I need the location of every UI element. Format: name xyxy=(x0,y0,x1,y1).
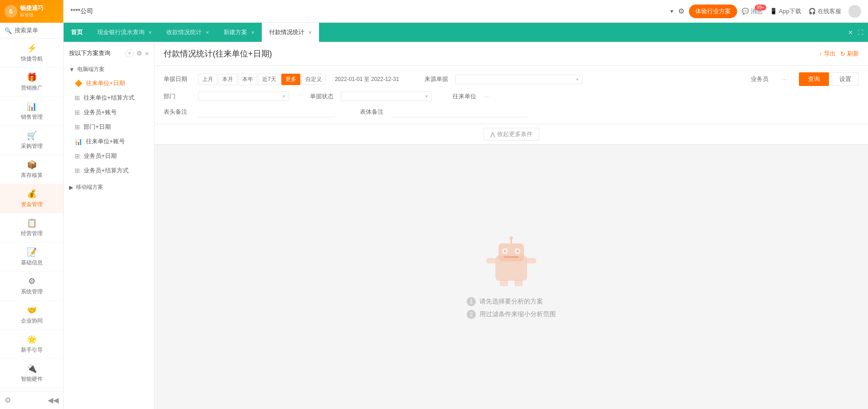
messages-btn[interactable]: 💬 消息 99+ xyxy=(742,7,763,15)
table-body-note-input[interactable] xyxy=(391,106,527,117)
expand-arrow-mobile-icon: ▶ xyxy=(69,184,73,191)
date-btn-this-month[interactable]: 本月 xyxy=(218,74,237,85)
doc-status-select[interactable]: ▾ xyxy=(341,91,432,101)
filter-row-2: 部门 ▾ 单据状态 ▾ 往来单位 ··· xyxy=(164,91,859,101)
basic-info-icon: 📝 xyxy=(27,247,37,257)
expand-arrow-icon: ▼ xyxy=(69,66,75,73)
svg-rect-6 xyxy=(504,256,519,258)
topbar-settings-icon[interactable]: ⚙ xyxy=(678,7,684,15)
tab-payment-stats-close[interactable]: ✕ xyxy=(308,30,312,35)
tab-payment-stats[interactable]: 付款情况统计 ✕ xyxy=(262,23,319,42)
nav-expand-icon[interactable]: ⛶ xyxy=(858,29,863,36)
collapse-btn-container: ⋀ 收起更多条件 xyxy=(155,124,868,145)
sidebar-item-system[interactable]: ⚙ 系统管理 xyxy=(0,272,63,301)
sidebar-item-operations[interactable]: 📋 经营管理 xyxy=(0,213,63,242)
operations-icon: 📋 xyxy=(27,218,37,228)
date-btn-last-month[interactable]: 上月 xyxy=(198,74,217,85)
sidebar-item-purchase[interactable]: 🛒 采购管理 xyxy=(0,126,63,155)
filter-area: 单据日期 上月 本月 本年 近7天 更多 自定义 2022-01-01 至 20… xyxy=(155,66,868,124)
salesperson-ellipsis[interactable]: ··· xyxy=(782,76,787,83)
tab-bank-flow-close[interactable]: ✕ xyxy=(148,30,152,35)
scheme-settings-icon[interactable]: ⚙ xyxy=(136,50,142,57)
nav-close-icon[interactable]: ✕ xyxy=(848,29,853,36)
guide-icon: 🌟 xyxy=(27,334,37,344)
collapse-conditions-btn[interactable]: ⋀ 收起更多条件 xyxy=(484,128,539,141)
tab-bank-flow[interactable]: 现金银行流水查询 ✕ xyxy=(90,23,159,42)
sidebar-item-quick-nav[interactable]: ⚡ 快捷导航 xyxy=(0,39,63,68)
empty-illustration xyxy=(484,235,539,290)
sidebar-item-sales[interactable]: 📊 销售管理 xyxy=(0,97,63,126)
nav-tabs-end: ✕ ⛶ xyxy=(843,23,868,42)
svg-rect-9 xyxy=(500,280,508,286)
sidebar-search[interactable]: 🔍 搜索菜单 xyxy=(0,23,63,39)
message-icon: 💬 xyxy=(742,8,749,15)
scheme-item-1-icon: ⊞ xyxy=(75,94,80,101)
date-label: 单据日期 xyxy=(164,75,191,83)
svg-rect-10 xyxy=(514,280,523,286)
related-party-ellipsis[interactable]: ··· xyxy=(484,93,489,100)
tab-new-scheme-close[interactable]: ✕ xyxy=(251,30,254,35)
add-scheme-icon[interactable]: + xyxy=(125,49,134,57)
export-btn[interactable]: ↑ 导出 xyxy=(819,50,836,58)
source-doc-select[interactable]: ▾ xyxy=(455,75,583,84)
tab-new-scheme[interactable]: 新建方案 ✕ xyxy=(216,23,262,42)
date-btn-custom[interactable]: 自定义 xyxy=(301,74,326,85)
sidebar-item-hardware[interactable]: 🔌 智能硬件 xyxy=(0,359,63,388)
scheme-item-4[interactable]: 📊 往来单位+账号 xyxy=(64,134,154,149)
svg-point-8 xyxy=(509,236,513,240)
refresh-btn[interactable]: ↻ 刷新 xyxy=(840,50,859,58)
refresh-icon: ↻ xyxy=(840,50,845,57)
query-btn[interactable]: 查询 xyxy=(799,72,829,86)
quick-nav-icon: ⚡ xyxy=(27,43,37,53)
sidebar-item-enterprise[interactable]: 🤝 企业协同 xyxy=(0,301,63,330)
trial-btn[interactable]: 体验行业方案 xyxy=(689,5,737,18)
messages-badge: 99+ xyxy=(755,5,766,10)
scheme-item-3[interactable]: ⊞ 部门+日期 xyxy=(64,120,154,134)
tab-collection-stats-close[interactable]: ✕ xyxy=(205,30,209,35)
scheme-collapse-icon[interactable]: « xyxy=(145,50,149,57)
footer-settings-icon[interactable]: ⚙ xyxy=(5,396,11,404)
date-btn-this-year[interactable]: 本年 xyxy=(238,74,257,85)
mobile-scheme-group-title[interactable]: ▶ 移动端方案 xyxy=(64,181,154,194)
source-doc-arrow-icon: ▾ xyxy=(576,77,579,82)
table-head-note-input[interactable] xyxy=(198,106,334,117)
tab-home[interactable]: 首页 xyxy=(64,23,90,42)
scheme-item-0[interactable]: 🔶 往来单位+日期 xyxy=(64,76,154,91)
svg-rect-12 xyxy=(526,258,536,263)
empty-robot-svg xyxy=(484,235,539,290)
sidebar-header: 6 畅捷通巧 标准版 xyxy=(0,0,63,23)
topbar-right: 💬 消息 99+ 📱 App下载 🎧 在线客服 xyxy=(742,5,861,18)
sidebar-item-basic-info[interactable]: 📝 基础信息 xyxy=(0,242,63,272)
sidebar-item-guide[interactable]: 🌟 新手引导 xyxy=(0,330,63,359)
system-icon: ⚙ xyxy=(28,276,35,286)
scheme-item-4-icon: 📊 xyxy=(75,138,82,145)
scheme-item-2[interactable]: ⊞ 业务员+账号 xyxy=(64,105,154,120)
dept-select[interactable]: ▾ xyxy=(198,91,289,101)
source-doc-label: 来源单据 xyxy=(424,75,452,83)
scheme-item-1[interactable]: ⊞ 往来单位+结算方式 xyxy=(64,91,154,105)
date-btn-7days[interactable]: 近7天 xyxy=(258,74,280,85)
date-btn-more[interactable]: 更多 xyxy=(281,74,300,85)
sidebar-item-marketing[interactable]: 🎁 营销推广 xyxy=(0,68,63,97)
date-range-text: 2022-01-01 至 2022-12-31 xyxy=(335,76,399,83)
online-support-btn[interactable]: 🎧 在线客服 xyxy=(808,7,841,15)
user-avatar[interactable] xyxy=(848,5,861,18)
scheme-item-5[interactable]: ⊞ 业务员+日期 xyxy=(64,149,154,163)
desktop-scheme-group-title[interactable]: ▼ 电脑端方案 xyxy=(64,63,154,76)
scheme-item-6[interactable]: ⊞ 业务员+结算方式 xyxy=(64,163,154,178)
nav-tabs: 首页 现金银行流水查询 ✕ 收款情况统计 ✕ 新建方案 ✕ 付款情况统计 ✕ ✕… xyxy=(64,23,868,42)
sidebar-item-inventory[interactable]: 📦 库存核算 xyxy=(0,155,63,184)
export-icon: ↑ xyxy=(819,50,823,57)
purchase-icon: 🛒 xyxy=(27,131,37,141)
app-download-btn[interactable]: 📱 App下载 xyxy=(770,7,801,15)
sidebar-item-funds[interactable]: 💰 资金管理 xyxy=(0,184,63,213)
settings-btn[interactable]: 设置 xyxy=(832,72,859,86)
sidebar-collapse-icon[interactable]: ◀◀ xyxy=(48,396,59,404)
svg-point-5 xyxy=(516,250,519,252)
tab-collection-stats[interactable]: 收款情况统计 ✕ xyxy=(159,23,216,42)
topbar-company: ****公司 xyxy=(70,7,666,15)
scheme-item-3-icon: ⊞ xyxy=(75,123,80,131)
page-actions: ↑ 导出 ↻ 刷新 xyxy=(819,50,859,58)
search-icon: 🔍 xyxy=(5,27,12,34)
topbar-dropdown-icon[interactable]: ▾ xyxy=(670,8,673,15)
